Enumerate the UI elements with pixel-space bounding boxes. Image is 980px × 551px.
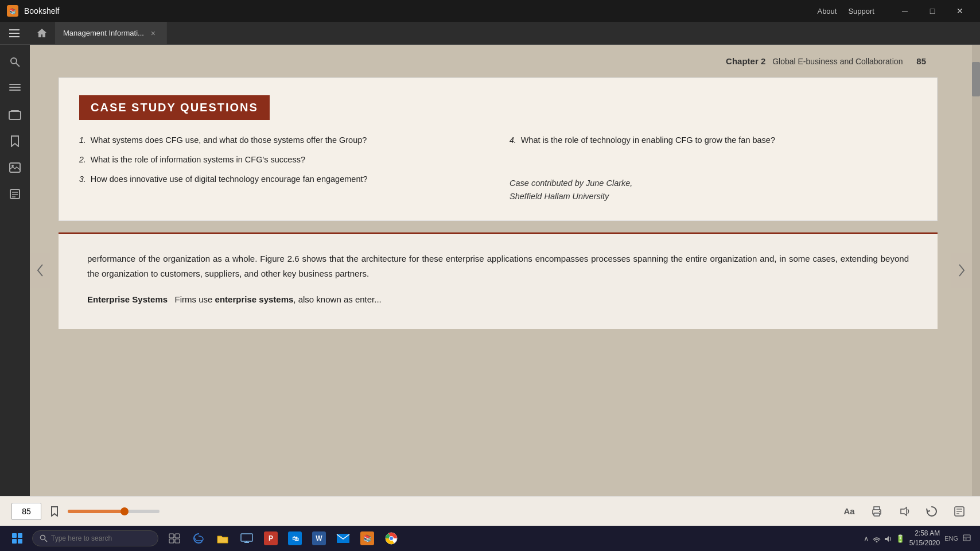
svg-rect-34	[337, 534, 349, 543]
body-text-section: performance of the organization as a who…	[59, 232, 938, 329]
svg-rect-18	[874, 507, 880, 510]
next-page-button[interactable]	[951, 253, 972, 288]
taskbar-search-input[interactable]	[51, 534, 143, 542]
sidebar-toc-button[interactable]	[3, 77, 26, 100]
question-3: 3. How does innovative use of digital te…	[79, 173, 487, 186]
svg-rect-17	[874, 513, 880, 516]
title-bar-right: About Support ─ □ ✕	[817, 0, 973, 22]
file-explorer-button[interactable]	[211, 527, 234, 550]
questions-grid: 1. What systems does CFG use, and what d…	[79, 134, 917, 203]
sidebar-search-button[interactable]	[3, 51, 26, 73]
notes-edit-button[interactable]	[950, 502, 969, 521]
support-link[interactable]: Support	[848, 7, 874, 15]
svg-rect-9	[11, 110, 19, 112]
page-content: Chapter 2 Global E-business and Collabor…	[30, 45, 972, 496]
svg-rect-30	[175, 539, 180, 543]
task-view-button[interactable]	[163, 527, 186, 550]
bookmark-icon[interactable]	[50, 505, 59, 517]
q2-text: What is the role of information systems …	[91, 154, 305, 166]
svg-rect-31	[241, 534, 252, 541]
question-4: 4. What is the role of technology in ena…	[510, 134, 917, 147]
font-size-button[interactable]: Aa	[840, 502, 858, 521]
enterprise-systems-text: Firms use enterprise systems, also known…	[168, 294, 382, 304]
clock-date: 5/15/2020	[909, 538, 940, 548]
orange-app-button[interactable]: 📚	[356, 527, 379, 550]
q3-num: 3.	[79, 173, 86, 186]
title-bar: 📚 Bookshelf About Support ─ □ ✕	[0, 0, 980, 22]
home-button[interactable]	[29, 22, 55, 44]
svg-rect-29	[169, 539, 174, 543]
sidebar-bookmark-button[interactable]	[3, 130, 26, 153]
tab-close-button[interactable]: ×	[149, 29, 158, 38]
q2-num: 2.	[79, 154, 86, 166]
svg-marker-20	[901, 507, 907, 515]
book-area: Chapter 2 Global E-business and Collabor…	[30, 45, 980, 496]
svg-rect-40	[963, 535, 970, 541]
word-button[interactable]: W	[308, 527, 330, 550]
edge-button[interactable]	[187, 527, 210, 550]
q1-text: What systems does CFG use, and what do t…	[91, 134, 367, 147]
progress-bar[interactable]	[68, 510, 160, 513]
battery-icon: 🔋	[896, 534, 905, 543]
maximize-button[interactable]: □	[919, 0, 946, 22]
q4-num: 4.	[510, 134, 516, 147]
case-study-box: CASE STUDY QUESTIONS 1. What systems doe…	[59, 77, 938, 221]
main-area: Chapter 2 Global E-business and Collabor…	[0, 45, 980, 496]
start-button[interactable]	[5, 526, 30, 551]
q4-text: What is the role of technology in enabli…	[521, 134, 775, 147]
powerpoint-button[interactable]: P	[259, 527, 282, 550]
scrollbar-thumb[interactable]	[972, 62, 980, 96]
windows-icon	[12, 533, 22, 544]
minimize-button[interactable]: ─	[892, 0, 918, 22]
sidebar-image-button[interactable]	[3, 156, 26, 179]
svg-point-25	[41, 536, 45, 540]
page-number-input[interactable]	[11, 503, 41, 520]
svg-rect-1	[9, 33, 20, 34]
case-attribution: Case contributed by June Clarke,Sheffiel…	[510, 177, 917, 203]
sidebar	[0, 45, 30, 496]
sidebar-flashcard-button[interactable]	[3, 103, 26, 126]
taskbar-clock[interactable]: 2:58 AM 5/15/2020	[909, 529, 940, 548]
svg-point-19	[879, 511, 880, 512]
progress-thumb[interactable]	[120, 507, 129, 515]
taskbar-search-box[interactable]	[32, 530, 158, 546]
prev-page-button[interactable]	[30, 253, 50, 288]
chapter-title: Global E-business and Collaboration	[772, 57, 903, 66]
page-number-header: 85	[916, 56, 926, 66]
svg-rect-0	[9, 29, 20, 30]
svg-rect-6	[9, 87, 21, 88]
mail-button[interactable]	[332, 527, 355, 550]
svg-rect-27	[169, 534, 174, 538]
svg-marker-39	[885, 536, 889, 542]
this-pc-button[interactable]	[235, 527, 258, 550]
about-link[interactable]: About	[817, 7, 837, 15]
chapter-label: Chapter 2	[726, 56, 765, 66]
print-button[interactable]	[868, 502, 886, 521]
taskbar-apps: P 🛍 W 📚	[163, 527, 403, 550]
taskbar: P 🛍 W 📚	[0, 526, 980, 551]
progress-fill	[68, 510, 125, 513]
question-1: 1. What systems does CFG use, and what d…	[79, 134, 487, 147]
svg-rect-5	[9, 84, 21, 85]
close-button[interactable]: ✕	[947, 0, 973, 22]
hamburger-button[interactable]	[0, 22, 29, 44]
sync-button[interactable]	[923, 502, 941, 521]
sidebar-notes-button[interactable]	[3, 183, 26, 205]
book-tab[interactable]: Management Informati... ×	[55, 22, 166, 44]
title-bar-left: 📚 Bookshelf	[7, 5, 817, 17]
tab-label: Management Informati...	[63, 29, 144, 37]
enterprise-systems-label: Enterprise Systems	[87, 294, 168, 304]
svg-rect-2	[9, 36, 20, 37]
clock-time: 2:58 AM	[909, 529, 940, 538]
svg-point-3	[11, 58, 17, 64]
up-arrow-icon[interactable]: ∧	[864, 534, 869, 543]
chrome-button[interactable]	[380, 527, 403, 550]
store-button[interactable]: 🛍	[283, 527, 306, 550]
body-paragraph-1: performance of the organization as a who…	[87, 251, 909, 282]
chapter-header: Chapter 2 Global E-business and Collabor…	[59, 45, 938, 72]
app-title: Bookshelf	[24, 6, 59, 15]
action-center-icon[interactable]	[963, 534, 971, 543]
svg-point-37	[390, 537, 393, 540]
audio-button[interactable]	[895, 502, 913, 521]
taskbar-search-icon	[40, 534, 48, 542]
